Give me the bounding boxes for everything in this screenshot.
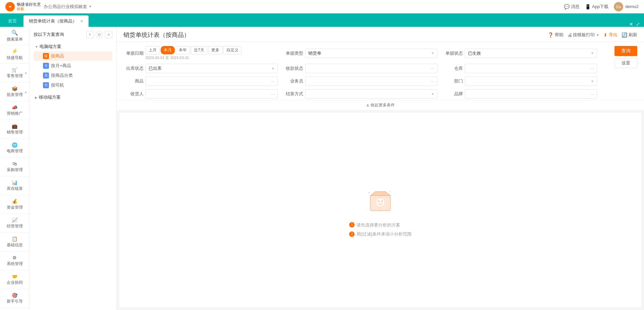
sidebar-item-wholesale[interactable]: 📦 批发管理 ▲ — [0, 83, 29, 101]
industry-dropdown-icon: ▼ — [89, 5, 92, 8]
tree-item-by-category[interactable]: 类 按商品分类 — [34, 71, 112, 80]
filter-salesperson: 业务员 ··· — [283, 76, 437, 86]
recipient-dots[interactable]: ··· — [271, 91, 275, 97]
sidebar-item-marketing[interactable]: 📣 营销推广 — [0, 101, 29, 120]
filter-department: 部门 ▼ — [443, 76, 597, 86]
goods-dots[interactable]: ··· — [271, 79, 275, 84]
tree-item-by-goods[interactable]: 按 按商品 — [34, 51, 112, 61]
sidebar-item-finance[interactable]: 💰 资金管理 — [0, 195, 29, 214]
date-btn-last-month[interactable]: 上月 — [146, 46, 160, 54]
date-buttons: 上月 本月 本年 近7天 更多 自定义 — [146, 46, 278, 54]
tree-item-by-month-goods[interactable]: 月 按月+商品 — [34, 61, 112, 70]
warehouse-dots[interactable]: ··· — [590, 66, 594, 71]
filter-doc-status: 单据状态 已生效 ▼ — [443, 46, 597, 60]
print-btn[interactable]: 🖨 按模板打印 ▼ — [568, 32, 599, 38]
receipt-status-dots[interactable]: ··· — [430, 66, 434, 71]
sidebar-item-search[interactable]: 🔍 搜索菜单 — [0, 27, 29, 45]
date-btn-this-year[interactable]: 本年 — [176, 46, 190, 54]
industry-select[interactable]: 办公用品行业模拟账套 ▼ — [44, 4, 92, 10]
logo-text: 畅捷省好生意 标版 — [17, 2, 41, 11]
user-area[interactable]: Ea demo2 — [614, 2, 639, 11]
filter-doc-type: 单据类型 销货单 ▼ — [283, 46, 437, 60]
doc-status-select[interactable]: 已生效 ▼ — [465, 49, 597, 58]
date-btn-custom[interactable]: 自定义 — [223, 46, 241, 54]
date-btn-more[interactable]: 更多 — [208, 46, 222, 54]
settings-button[interactable]: 设置 — [614, 58, 637, 68]
mobile-section-parent[interactable]: ▶ 移动端方案 — [32, 93, 114, 102]
date-btn-7days[interactable]: 近7天 — [191, 46, 207, 54]
refresh-btn[interactable]: 🔄 刷新 — [622, 32, 637, 38]
filter-goods: 商品 ··· — [123, 76, 278, 86]
tab-sales-stats[interactable]: 销货单统计表（按商品） ✕ — [23, 15, 89, 27]
department-arrow: ▼ — [591, 80, 594, 83]
pc-tree-section: ▼ 电脑端方案 按 按商品 月 按月+商品 类 — [30, 41, 116, 92]
out-status-select[interactable]: 已出库 ▼ — [146, 64, 278, 73]
settings-scheme-btn[interactable]: ⊙ — [96, 31, 103, 38]
message-icon: 💬 — [564, 4, 570, 9]
settlement-select[interactable]: ▼ — [305, 89, 437, 99]
sidebar-item-operations[interactable]: 📈 经营管理 — [0, 214, 29, 233]
pc-section-parent[interactable]: ▼ 电脑端方案 — [32, 42, 114, 51]
sidebar-item-purchase[interactable]: 🛍 采购管理 — [0, 158, 29, 176]
filter-receipt-status: 收款状态 ··· — [283, 64, 437, 73]
date-range-text: 2023-03-01 至 2023-03-31 — [146, 55, 278, 60]
tab-bar: 首页 销货单统计表（按商品） ✕ ✕ ⤢ — [0, 13, 644, 27]
empty-text: 1 请先选择要分析的方案 2 用[过滤]条件来缩小分析范围 — [349, 221, 411, 238]
message-btn[interactable]: 💬 消息 — [564, 4, 580, 10]
tree-item-by-driver[interactable]: 司 按司机 — [34, 81, 112, 90]
filter-grid: 单据日期 上月 本月 本年 近7天 更多 自定义 2023-03-01 至 20… — [123, 46, 637, 99]
sidebar-item-quick-nav[interactable]: ⚡ 快捷导航 — [0, 45, 29, 64]
right-panel: 销货单统计表（按商品） ❓ 帮助 🖨 按模板打印 ▼ ⬇ 导出 — [117, 27, 644, 310]
help-btn[interactable]: ❓ 帮助 — [548, 32, 564, 38]
salesperson-select[interactable]: ··· — [305, 76, 437, 86]
sidebar-item-inventory[interactable]: 📊 库存核算 — [0, 176, 29, 195]
salesperson-dots[interactable]: ··· — [430, 79, 434, 84]
brand-dots[interactable]: ··· — [590, 91, 594, 97]
warehouse-select[interactable]: ··· — [465, 64, 597, 73]
sidebar-item-retail[interactable]: 🛒 零售管理 ▼ — [0, 64, 29, 83]
add-scheme-btn[interactable]: + — [86, 31, 94, 38]
header-right: 💬 消息 📱 App下载 Ea demo2 — [564, 2, 639, 11]
sidebar-item-new-user[interactable]: 🎯 新手引导 — [0, 289, 29, 308]
tree-item-icon-by-month: 月 — [43, 63, 49, 69]
export-btn[interactable]: ⬇ 导出 — [603, 32, 618, 38]
collapse-panel-btn[interactable]: « — [105, 31, 112, 38]
department-select[interactable]: ▼ — [465, 76, 597, 86]
goods-select[interactable]: ··· — [146, 76, 278, 86]
sidebar-item-enterprise[interactable]: 🤝 企业协同 — [0, 270, 29, 289]
page-title: 销货单统计表（按商品） — [123, 31, 190, 39]
left-panel-header: 按以下方案查询 + ⊙ « — [30, 30, 116, 41]
svg-text:✦: ✦ — [386, 207, 388, 209]
help-icon: ❓ — [548, 32, 553, 38]
tab-close-icon[interactable]: ✕ — [80, 19, 83, 23]
receipt-status-select[interactable]: ··· — [305, 64, 437, 73]
date-btn-this-month[interactable]: 本月 — [161, 46, 175, 54]
svg-text:✦: ✦ — [368, 191, 370, 195]
page-header-actions: ❓ 帮助 🖨 按模板打印 ▼ ⬇ 导出 🔄 刷新 — [548, 32, 637, 38]
empty-state: ✦ ✦ ✦ 1 请先选择要分析的方案 2 用[过滤]条件来缩小分析范围 — [119, 113, 641, 307]
top-header: 畅捷省好生意 标版 办公用品行业模拟账套 ▼ 💬 消息 📱 App下载 Ea d… — [0, 0, 644, 13]
left-panel-icons: + ⊙ « — [86, 31, 112, 38]
sidebar-item-basic-info[interactable]: 📋 基础信息 — [0, 233, 29, 252]
header-left: 畅捷省好生意 标版 办公用品行业模拟账套 ▼ — [5, 2, 92, 11]
query-button[interactable]: 查询 — [614, 46, 637, 56]
print-dropdown-arrow[interactable]: ▼ — [596, 33, 599, 37]
close-window-icon[interactable]: ✕ — [629, 21, 633, 27]
maximize-window-icon[interactable]: ⤢ — [636, 21, 640, 27]
collapse-bar[interactable]: ∧ 收起更多条件 — [117, 100, 644, 110]
app-download-btn[interactable]: 📱 App下载 — [585, 4, 608, 10]
svg-text:✦: ✦ — [389, 190, 391, 193]
doc-type-select[interactable]: 销货单 ▼ — [305, 49, 437, 58]
sidebar-item-ecommerce[interactable]: 🌐 电商管理 — [0, 139, 29, 158]
brand-select[interactable]: ··· — [465, 89, 597, 99]
filter-date: 单据日期 上月 本月 本年 近7天 更多 自定义 2023-03-01 至 20… — [123, 46, 278, 60]
recipient-select[interactable]: ··· — [146, 89, 278, 99]
sidebar-item-app-center[interactable]: 📱 应用中心 — [0, 308, 29, 310]
svg-point-4 — [378, 201, 379, 202]
sidebar-item-system[interactable]: ⚙ 系统管理 — [0, 252, 29, 270]
sidebar-item-sales[interactable]: 💼 销售管理 — [0, 120, 29, 139]
collapse-icon: ∧ — [366, 103, 369, 108]
filters-container: 单据日期 上月 本月 本年 近7天 更多 自定义 2023-03-01 至 20… — [117, 42, 644, 100]
tab-home[interactable]: 首页 — [3, 15, 22, 27]
mobile-section-arrow: ▶ — [35, 96, 38, 99]
